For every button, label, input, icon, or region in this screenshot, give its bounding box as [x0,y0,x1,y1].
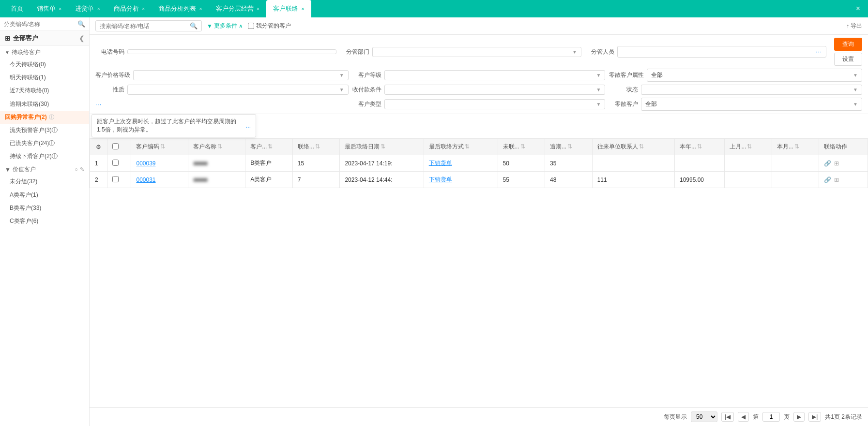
nav-customer-tier-close[interactable]: × [257,6,259,12]
date-sort-icon[interactable]: ⇅ [381,143,385,150]
retail-customer-dropdown[interactable]: 全部▼ [641,98,862,111]
more-conditions-button[interactable]: ▼ 更多条件 ∧ [207,22,243,30]
row2-select[interactable] [112,176,119,182]
customer-type-dropdown[interactable]: ▼ [384,99,606,109]
page-number-input[interactable] [762,412,780,422]
nav-home[interactable]: 首页 [4,0,30,17]
dept-dropdown[interactable]: ▼ [372,47,581,57]
sidebar-item-tomorrow[interactable]: 明天待联络(1) [0,71,89,84]
nav-analysis-list[interactable]: 商品分析列表 × [152,0,209,17]
type-sort-icon[interactable]: ⇅ [268,143,273,150]
year-sort-icon[interactable]: ⇅ [697,143,702,150]
nav-purchase[interactable]: 进货单 × [68,0,107,17]
dept-label: 分管部门 [340,48,369,56]
first-page-button[interactable]: |◀ [721,412,734,422]
circle-icon[interactable]: ○ [75,166,78,173]
manager-input[interactable]: ··· [617,46,826,58]
edit-icon[interactable]: ✎ [80,166,84,173]
row1-code[interactable]: 000039 [131,155,188,172]
tooltip-dots[interactable]: ... [246,122,251,129]
filter-cell-customer-type: 客户类型 ▼ [352,99,606,109]
search-input[interactable] [100,23,190,29]
sidebar-class-a[interactable]: A类客户(1) [0,189,89,202]
table-header-row: ⚙ 客户编码⇅ 客户名称⇅ 客户...⇅ 联络...⇅ 最后联络日期⇅ 最后联络… [90,139,868,155]
price-grade-dropdown[interactable]: ▼ [133,70,349,80]
global-close-button[interactable]: × [852,4,864,13]
nav-analysis[interactable]: 商品分析 × [107,0,152,17]
sidebar-item-overdue[interactable]: 逾期未联络(30) [0,98,89,111]
export-label: 导出 [851,22,862,30]
last-page-button[interactable]: ▶| [808,412,821,422]
sidebar-pending-contact-group[interactable]: ▼ 待联络客户 [0,46,89,58]
nav-analysis-list-label: 商品分析列表 [158,4,196,13]
method-sort-icon[interactable]: ⇅ [465,143,470,150]
select-all-checkbox[interactable] [112,143,119,149]
query-button[interactable]: 查询 [834,38,862,51]
count-sort-icon[interactable]: ⇅ [315,143,320,150]
sidebar-collapse-icon[interactable]: ❮ [79,35,84,42]
sidebar-search-input[interactable] [4,21,77,28]
col-settings[interactable]: ⚙ [90,139,107,155]
sidebar-class-b[interactable]: B类客户(33) [0,202,89,215]
sidebar-item-7days[interactable]: 近7天待联络(0) [0,84,89,97]
row2-this-month [772,172,819,188]
row2-type: A类客户 [245,172,293,188]
code-sort-icon[interactable]: ⇅ [160,143,165,150]
nav-customer-contact-close[interactable]: × [301,6,304,12]
person-sort-icon[interactable]: ⇅ [639,143,644,150]
row1-name: ■■■■ [188,155,245,172]
month-sort-icon[interactable]: ⇅ [794,143,799,150]
sidebar-repurchase-abnormal[interactable]: 回购异常客户(2) ⓘ [0,111,89,124]
sidebar-lost-warning[interactable]: 流失预警客户(3) ⓘ [0,124,89,137]
sidebar-already-lost[interactable]: 已流失客户(24) ⓘ [0,137,89,150]
export-button[interactable]: ↑ 导出 [846,22,862,30]
row1-select[interactable] [112,160,119,166]
row2-link-icon[interactable]: 🔗 [824,176,831,183]
nav-analysis-close[interactable]: × [142,6,145,12]
sidebar-declining[interactable]: 持续下滑客户(2) ⓘ [0,150,89,163]
my-customers-checkbox[interactable] [248,23,254,29]
status-dropdown[interactable]: ▼ [641,85,862,95]
lmonth-sort-icon[interactable]: ⇅ [747,143,752,150]
customer-grade-dropdown[interactable]: ▼ [384,70,606,80]
settings-button[interactable]: 设置 [834,53,862,66]
sidebar-class-c[interactable]: C类客户(6) [0,215,89,228]
next-page-button[interactable]: ▶ [793,412,805,422]
nav-sales-close[interactable]: × [59,6,61,12]
nav-analysis-list-close[interactable]: × [199,6,202,12]
prev-page-button[interactable]: ◀ [738,412,749,422]
row1-grid-icon[interactable]: ⊞ [834,160,839,167]
row1-last-method[interactable]: 下销货单 [424,155,498,172]
row1-this-month [772,155,819,172]
retail-attr-dropdown[interactable]: 全部▼ [647,69,862,82]
row2-grid-icon[interactable]: ⊞ [834,176,839,183]
filter-cell-retail-attr: 零散客户属性 全部▼ [609,69,862,82]
phone-input[interactable] [127,49,336,54]
row4-dots[interactable]: ··· [95,101,102,108]
filter-row-1: 电话号码 分管部门 ▼ 分管人员 ··· 查询 设置 [95,38,862,66]
nav-purchase-label: 进货单 [75,4,94,13]
payment-dropdown[interactable]: ▼ [384,85,606,95]
manager-dots-icon[interactable]: ··· [816,48,822,55]
row1-link-icon[interactable]: 🔗 [824,160,831,167]
nature-label: 性质 [95,86,124,94]
sidebar-search-icon[interactable]: 🔍 [77,20,85,28]
row2-last-method[interactable]: 下销货单 [424,172,498,188]
dept-chevron-down-icon: ▼ [572,49,577,55]
nav-purchase-close[interactable]: × [97,6,100,12]
row2-code[interactable]: 000031 [131,172,188,188]
nav-customer-contact[interactable]: 客户联络 × [266,0,311,17]
sidebar-item-today[interactable]: 今天待联络(0) [0,58,89,71]
nav-sales[interactable]: 销售单 × [30,0,68,17]
sidebar-unclassified[interactable]: 未分组(32) [0,175,89,188]
page-size-select[interactable]: 50 100 200 [691,411,717,422]
nav-customer-tier[interactable]: 客户分层经营 × [209,0,266,17]
filter-cell-dept: 分管部门 ▼ [340,47,581,57]
name-sort-icon[interactable]: ⇅ [217,143,222,150]
search-icon[interactable]: 🔍 [190,22,198,29]
sidebar-all-customers-header: ⊞ 全部客户 ❮ [0,31,89,46]
nature-dropdown[interactable]: ▼ [127,85,349,95]
overdue-sort-icon[interactable]: ⇅ [567,143,572,150]
retail-customer-label: 零散客户 [609,100,638,108]
uncontacted-sort-icon[interactable]: ⇅ [520,143,525,150]
